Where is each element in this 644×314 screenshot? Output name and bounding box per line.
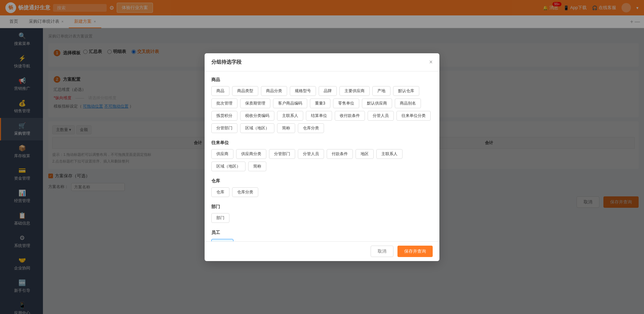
modal-close-button[interactable]: × xyxy=(429,59,433,66)
field-customer-code[interactable]: 客户商品编码 xyxy=(273,99,307,108)
modal-save-query-button[interactable]: 保存并查询 xyxy=(397,246,433,257)
field-party-category[interactable]: 往来单位分类 xyxy=(396,111,431,121)
field-selection-modal: 分组待选字段 × 商品 商品 商品类型 商品分类 规格型号 品牌 主要供应商 产… xyxy=(205,53,439,261)
field-pay-terms[interactable]: 付款条件 xyxy=(327,149,353,159)
section-employee: 员工 业务员 xyxy=(211,230,433,241)
field-salesperson[interactable]: 业务员 xyxy=(211,239,233,241)
field-batch-mgmt[interactable]: 批次管理 xyxy=(211,99,237,108)
field-origin[interactable]: 产地 xyxy=(372,86,390,96)
field-dept[interactable]: 分管部门 xyxy=(211,123,237,133)
field-party-abbr[interactable]: 简称 xyxy=(248,162,266,171)
field-settlement-unit[interactable]: 结算单位 xyxy=(306,111,332,121)
field-payment-terms[interactable]: 收付款条件 xyxy=(335,111,365,121)
modal-overlay: 分组待选字段 × 商品 商品 商品类型 商品分类 规格型号 品牌 主要供应商 产… xyxy=(0,0,644,314)
field-party-dept[interactable]: 分管部门 xyxy=(269,149,295,159)
section-product: 商品 商品 商品类型 商品分类 规格型号 品牌 主要供应商 产地 默认仓库 批次… xyxy=(211,77,433,133)
section-party: 往来单位 供应商 供应商分类 分管部门 分管人员 付款条件 地区 主联系人 区域… xyxy=(211,140,433,171)
field-department[interactable]: 部门 xyxy=(211,213,229,223)
field-party-manager[interactable]: 分管人员 xyxy=(298,149,324,159)
field-warehouse[interactable]: 仓库 xyxy=(211,187,229,197)
section-warehouse-title: 仓库 xyxy=(211,178,433,184)
field-default-warehouse[interactable]: 默认仓库 xyxy=(393,86,419,96)
field-weight3[interactable]: 重量3 xyxy=(310,99,330,108)
field-main-contact[interactable]: 主联系人 xyxy=(277,111,303,121)
modal-title: 分组待选字段 xyxy=(211,59,241,65)
field-main-supplier[interactable]: 主要供应商 xyxy=(339,86,370,96)
field-shelf-life[interactable]: 保质期管理 xyxy=(240,99,270,108)
modal-cancel-button[interactable]: 取消 xyxy=(371,246,393,257)
field-supplier[interactable]: 供应商 xyxy=(211,149,233,159)
employee-fields: 业务员 xyxy=(211,239,433,241)
field-brand[interactable]: 品牌 xyxy=(319,86,337,96)
section-party-title: 往来单位 xyxy=(211,140,433,146)
section-warehouse: 仓库 仓库 仓库分类 xyxy=(211,178,433,197)
field-product-alias[interactable]: 商品别名 xyxy=(395,99,421,108)
warehouse-fields: 仓库 仓库分类 xyxy=(211,187,433,197)
field-spec-model[interactable]: 规格型号 xyxy=(290,86,316,96)
field-warehouse-cat[interactable]: 仓库分类 xyxy=(232,187,258,197)
field-party-contact[interactable]: 主联系人 xyxy=(376,149,402,159)
section-employee-title: 员工 xyxy=(211,230,433,236)
field-retail-unit[interactable]: 零售单位 xyxy=(333,99,359,108)
field-warehouse-category[interactable]: 仓库分类 xyxy=(298,123,324,133)
field-product-type[interactable]: 商品类型 xyxy=(232,86,258,96)
modal-body: 商品 商品 商品类型 商品分类 规格型号 品牌 主要供应商 产地 默认仓库 批次… xyxy=(205,71,439,241)
product-fields: 商品 商品类型 商品分类 规格型号 品牌 主要供应商 产地 默认仓库 批次管理 … xyxy=(211,86,433,133)
section-dept: 部门 部门 xyxy=(211,204,433,223)
field-product-category[interactable]: 商品分类 xyxy=(261,86,287,96)
field-area-region[interactable]: 区域（地区） xyxy=(240,123,274,133)
dept-fields: 部门 xyxy=(211,213,433,223)
field-manager[interactable]: 分管人员 xyxy=(368,111,394,121)
section-product-title: 商品 xyxy=(211,77,433,83)
modal-header: 分组待选字段 × xyxy=(205,53,439,71)
field-party-area[interactable]: 区域（地区） xyxy=(211,162,246,171)
field-product[interactable]: 商品 xyxy=(211,86,229,96)
field-supplier-category[interactable]: 供应商分类 xyxy=(236,149,266,159)
section-dept-title: 部门 xyxy=(211,204,433,210)
field-region[interactable]: 地区 xyxy=(356,149,374,159)
party-fields: 供应商 供应商分类 分管部门 分管人员 付款条件 地区 主联系人 区域（地区） … xyxy=(211,149,433,171)
field-pick-score[interactable]: 拣货积分 xyxy=(211,111,237,121)
field-abbr[interactable]: 简称 xyxy=(277,123,295,133)
field-tax-code[interactable]: 税收分类编码 xyxy=(240,111,274,121)
field-default-supplier[interactable]: 默认供应商 xyxy=(362,99,392,108)
modal-footer: 取消 保存并查询 xyxy=(205,241,439,261)
